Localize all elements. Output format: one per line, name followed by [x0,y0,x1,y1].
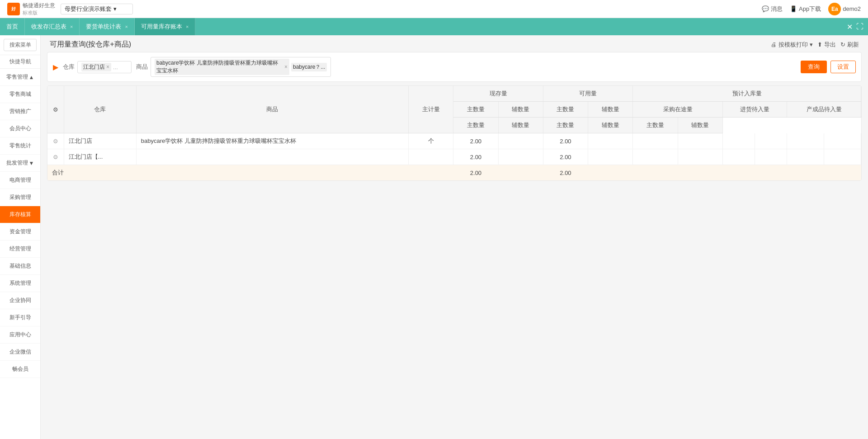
tab-order-stats[interactable]: 要货单统计表 × [80,18,134,35]
industry-label: 母婴行业演示账套 [65,5,112,13]
sidebar-item-operations[interactable]: 经营管理 [0,241,40,258]
app-download-button[interactable]: 📱 App下载 [790,5,821,13]
settings-column-header[interactable]: ⚙ [47,86,64,133]
expand-button[interactable]: ⛶ [856,23,863,31]
sidebar-item-member[interactable]: 会员中心 [0,120,40,137]
curr-aux-header: 辅数量 [498,102,543,118]
sidebar-item-online-store[interactable]: 零售商城 [0,86,40,103]
filter-toggle-button[interactable]: ▶ [53,63,58,71]
sidebar-item-finance[interactable]: 资金管理 [0,223,40,241]
sidebar-item-app-center[interactable]: 应用中心 [0,326,40,344]
nav-tabs: 首页 收发存汇总表 × 要货单统计表 × 可用量库存账本 × ✕ ⛶ [0,18,868,35]
warehouse-remove-icon[interactable]: × [106,64,109,70]
message-button[interactable]: 💬 消息 [762,5,783,13]
table-header-row1: ⚙ 仓库 商品 主计量 现存量 可用量 预计入库量 [47,86,861,102]
avatar: Ea [828,3,841,15]
row-gi-main-0 [722,133,755,149]
tab-available-stock[interactable]: 可用量库存账本 × [135,18,195,35]
sidebar-item-system[interactable]: 系统管理 [0,275,40,292]
tab-home[interactable]: 首页 [0,18,25,35]
row-gi-aux-1 [755,149,787,165]
sidebar-item-member2[interactable]: 畅会员 [0,361,40,378]
pur-aux-header: 辅数量 [498,118,543,133]
sidebar-item-basic-info[interactable]: 基础信息 [0,258,40,275]
sidebar-item-ecommerce[interactable]: 电商管理 [0,172,40,189]
sidebar-search: 搜索菜单 [0,35,40,55]
warehouse-column-header: 仓库 [64,86,136,133]
top-bar-left: 好 畅捷通好生意 标准版 母婴行业演示账套 ▾ [7,2,133,16]
sidebar-item-inventory[interactable]: 库存核算 [0,206,40,223]
logo-icon: 好 [7,3,20,15]
data-table: ⚙ 仓库 商品 主计量 现存量 可用量 预计入库量 主数量 辅数量 主数量 辅数… [47,86,861,180]
row-gi-aux-0 [755,133,787,149]
warehouse-tag: 江北门店 × [81,63,111,71]
message-icon: 💬 [762,5,769,12]
footer-avail-aux [588,165,633,181]
footer-gi-aux [755,165,787,181]
print-button[interactable]: 🖨 按模板打印 ▾ [771,41,813,49]
close-icon[interactable]: × [70,24,73,29]
message-label: 消息 [771,5,783,13]
close-icon[interactable]: × [125,24,127,29]
pi-main-header: 主数量 [633,118,678,133]
row-pi-aux-0 [824,133,861,149]
breadcrumb-label: 标准版 [23,9,55,16]
row-pi-main-1 [787,149,824,165]
product-label: 商品 [136,63,148,71]
sidebar-item-marketing[interactable]: 营销推广 [0,103,40,120]
product-in-header: 产成品待入量 [787,102,861,118]
filter-warehouse-field: 仓库 江北门店 × ... [63,61,132,73]
username: demo2 [843,5,861,12]
warehouse-more-icon[interactable]: ... [113,64,118,71]
product-tag1-remove[interactable]: × [284,64,288,70]
tab-home-label: 首页 [6,23,18,31]
table-row: ⚙ 江北门店【... 2.00 2.00 [47,149,861,165]
sidebar-item-enterprise[interactable]: 企业协同 [0,292,40,309]
sidebar-item-purchase-label: 采购管理 [9,194,31,200]
sidebar-item-member2-label: 畅会员 [12,366,28,372]
row-gear-1[interactable]: ⚙ [47,149,64,165]
warehouse-input[interactable]: 江北门店 × ... [77,61,132,73]
sidebar-item-guide[interactable]: 新手引导 [0,309,40,326]
user-menu[interactable]: Ea demo2 [828,3,861,15]
industry-selector[interactable]: 母婴行业演示账套 ▾ [61,4,133,14]
export-button[interactable]: ⬆ 导出 [817,41,836,49]
sidebar-item-retail[interactable]: 零售管理 ▲ [0,69,40,86]
row-pi-main-0 [787,133,824,149]
pur-main-header: 主数量 [453,118,498,133]
sidebar-item-wechat[interactable]: 企业微信 [0,344,40,361]
row-unit-1 [409,149,453,165]
warehouse-tag-value: 江北门店 [83,63,105,71]
row-gear-0[interactable]: ⚙ [47,133,64,149]
sidebar-item-wholesale-label: 批发管理 [6,159,28,167]
sidebar-item-retail-stats[interactable]: 零售统计 [0,137,40,155]
settings-button[interactable]: 设置 [830,61,856,73]
query-button[interactable]: 查询 [801,61,827,73]
footer-pi-aux [824,165,861,181]
sidebar-item-app-center-label: 应用中心 [9,331,31,338]
row-curr-main-0: 2.00 [453,133,498,149]
current-stock-header: 现存量 [453,86,543,102]
logo-area: 好 畅捷通好生意 标准版 [7,2,55,16]
row-product-0: babycare学饮杯 儿童防摔防撞吸管杯重力球吸嘴杯宝宝水杯 [136,133,408,149]
tab-actions: ✕ ⛶ [842,18,868,35]
row-avail-aux-1 [588,149,633,165]
close-icon[interactable]: × [186,24,189,29]
row-warehouse-1: 江北门店【... [64,149,136,165]
product-tag2: babycare？... [291,63,327,71]
product-tag2-value: babycare？... [293,63,325,71]
printer-icon: 🖨 [771,41,777,48]
sidebar-nav-quick[interactable]: 快捷导航 [0,55,40,69]
logo-text: 畅捷通好生意 [23,2,55,9]
row-avail-main-0: 2.00 [543,133,588,149]
incoming-header: 预计入库量 [633,86,861,102]
row-warehouse-0: 江北门店 [64,133,136,149]
goods-in-header: 进货待入量 [722,102,787,118]
sidebar-item-wholesale[interactable]: 批发管理 ▼ [0,155,40,172]
sidebar-item-purchase[interactable]: 采购管理 [0,189,40,206]
close-tab-button[interactable]: ✕ [847,23,853,31]
refresh-button[interactable]: ↻ 刷新 [840,41,859,49]
tab-receive-summary[interactable]: 收发存汇总表 × [25,18,80,35]
product-input[interactable]: babycare学饮杯 儿童防摔防撞吸管杯重力球吸嘴杯宝宝水杯 × babyca… [151,57,331,77]
search-menu-button[interactable]: 搜索菜单 [4,39,37,51]
